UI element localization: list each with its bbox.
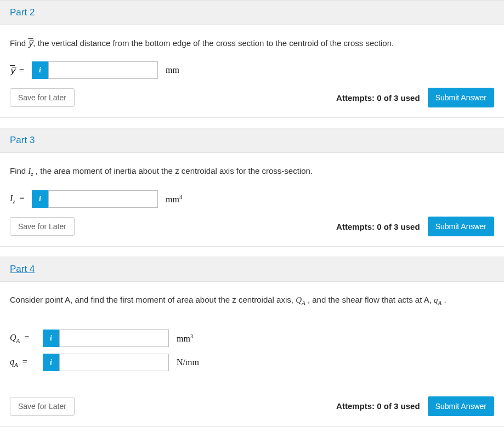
qa-input[interactable] [59, 330, 169, 347]
part-3-header: Part 3 [0, 128, 504, 153]
attempts-text: Attempts: 0 of 3 used [336, 401, 420, 411]
unit-mm4: mm4 [166, 194, 182, 205]
var-q-lower: q [434, 296, 438, 304]
part-3-section: Part 3 Find Iz , the area moment of iner… [0, 128, 504, 247]
input-row-ybar: y̅ = i mm [10, 61, 494, 79]
info-icon[interactable]: i [32, 190, 48, 208]
var-label-iz: Iz = [10, 194, 32, 205]
save-for-later-button[interactable]: Save for Later [10, 397, 75, 416]
part-2-header: Part 2 [0, 0, 504, 25]
unit-nmm: N/mm [177, 357, 199, 367]
prompt-text: Find [10, 38, 28, 48]
submit-answer-button[interactable]: Submit Answer [428, 396, 494, 416]
var-sub: A [16, 337, 20, 344]
var-label-qa: QA = [10, 333, 43, 344]
y-bar-var: y̅ [28, 38, 33, 49]
part-4-section: Part 4 Consider point A, and find the fi… [0, 257, 504, 426]
var-sub-a: A [302, 299, 305, 306]
qa-var: QA [296, 296, 305, 304]
part-2-prompt: Find y̅, the vertical distance from the … [10, 37, 494, 49]
info-icon[interactable]: i [43, 354, 59, 371]
submit-answer-button[interactable]: Submit Answer [428, 217, 494, 236]
attempts-text: Attempts: 0 of 3 used [336, 93, 420, 103]
unit-mm: mm [166, 65, 179, 75]
prompt-text: , and the shear flow that acts at A, [305, 295, 434, 304]
var-q: Q [296, 296, 302, 304]
input-row-iz: Iz = i mm4 [10, 190, 494, 208]
var-symbol: q [10, 357, 14, 366]
unit-base: mm [177, 334, 190, 343]
part-2-body: Find y̅, the vertical distance from the … [0, 25, 504, 117]
equals-sign: = [18, 194, 25, 203]
prompt-text: Consider point A, and find the first mom… [10, 295, 296, 304]
equals-sign: = [17, 66, 24, 75]
qa2-var: qA [434, 296, 441, 304]
part-2-section: Part 2 Find y̅, the vertical distance fr… [0, 0, 504, 118]
equals-sign: = [20, 357, 27, 366]
iz-var: Iz [28, 167, 33, 175]
attempts-text: Attempts: 0 of 3 used [336, 222, 420, 231]
right-group: Attempts: 0 of 3 used Submit Answer [336, 88, 494, 107]
var-label-qa-lower: qA = [10, 357, 43, 368]
iz-input[interactable] [48, 190, 158, 208]
input-row-qa-lower: qA = i N/mm [10, 354, 494, 371]
var-label-ybar: y̅ = [10, 65, 32, 76]
prompt-text: Find [10, 166, 28, 175]
prompt-text: , the vertical distance from the bottom … [33, 38, 394, 48]
part-3-body: Find Iz , the area moment of inertia abo… [0, 153, 504, 246]
part-4-prompt: Consider point A, and find the first mom… [10, 294, 494, 307]
save-for-later-button[interactable]: Save for Later [10, 88, 75, 107]
part-4-footer: Save for Later Attempts: 0 of 3 used Sub… [10, 396, 494, 416]
part-2-title: Part 2 [10, 7, 35, 18]
right-group: Attempts: 0 of 3 used Submit Answer [336, 396, 494, 416]
var-sub: A [14, 361, 18, 368]
unit-mm3: mm3 [177, 333, 193, 344]
var-symbol: y̅ [10, 65, 15, 76]
right-group: Attempts: 0 of 3 used Submit Answer [336, 217, 494, 236]
qa-lower-input[interactable] [59, 354, 169, 371]
part-3-title: Part 3 [10, 135, 35, 145]
var-sub: z [13, 198, 15, 205]
submit-answer-button[interactable]: Submit Answer [428, 88, 494, 107]
ybar-input[interactable] [48, 61, 158, 79]
part-4-header: Part 4 [0, 257, 504, 282]
part-4-body: Consider point A, and find the first mom… [0, 282, 504, 425]
part-3-footer: Save for Later Attempts: 0 of 3 used Sub… [10, 217, 494, 236]
part-4-title: Part 4 [10, 264, 35, 274]
save-for-later-button[interactable]: Save for Later [10, 217, 75, 236]
var-symbol: Q [10, 333, 16, 342]
input-row-qa: QA = i mm3 [10, 330, 494, 347]
unit-base: mm [166, 195, 179, 205]
unit-exp: 3 [190, 333, 194, 339]
part-3-prompt: Find Iz , the area moment of inertia abo… [10, 165, 494, 178]
unit-exp: 4 [179, 194, 183, 200]
part-2-footer: Save for Later Attempts: 0 of 3 used Sub… [10, 88, 494, 107]
info-icon[interactable]: i [32, 61, 48, 79]
prompt-text: , the area moment of inertia about the z… [33, 166, 313, 175]
prompt-text: . [441, 295, 446, 304]
equals-sign: = [22, 333, 29, 342]
info-icon[interactable]: i [43, 330, 59, 347]
